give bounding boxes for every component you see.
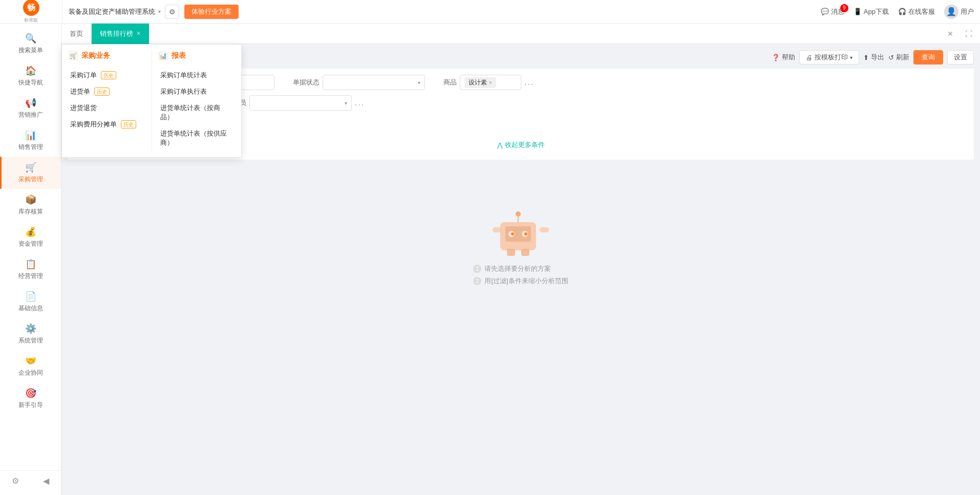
doc-status-arrow-icon: ▾	[418, 80, 420, 85]
tab-sales-ranking-label: 销售排行榜	[100, 29, 133, 38]
sidebar-item-operations[interactable]: 📋 经营管理	[0, 253, 61, 286]
sidebar-item-marketing[interactable]: 📢 营销推广	[0, 92, 61, 124]
doc-status-select[interactable]: ▾	[323, 75, 425, 90]
finance-icon: 💰	[25, 226, 36, 238]
purchase-col-icon: 🛒	[68, 51, 78, 61]
dropdown-purchase-header: 🛒 采购业务	[68, 51, 145, 65]
export-label: 导出	[871, 53, 884, 62]
query-btn[interactable]: 查询	[913, 50, 943, 64]
empty-state: 1 请先选择要分析的方案 2 用[过滤]条件来缩小分析范围	[68, 166, 974, 327]
active-bar	[0, 157, 2, 189]
home-icon: 🏠	[25, 65, 36, 76]
sidebar-item-label: 资金管理	[18, 240, 43, 248]
purchase-order-stat-label: 采购订单统计表	[160, 71, 207, 80]
online-service-label: 在线客服	[908, 7, 935, 16]
sidebar-item-system[interactable]: ⚙️ 系统管理	[0, 318, 61, 350]
user-menu-btn[interactable]: 👤 用户	[944, 5, 974, 19]
sidebar-item-inventory[interactable]: 📦 库存核算	[0, 189, 61, 221]
purchase-expense-label: 采购费用分摊单	[70, 120, 117, 129]
sidebar-item-enterprise[interactable]: 🤝 企业协同	[0, 350, 61, 382]
settings-btn[interactable]: 设置	[947, 50, 974, 64]
print-btn[interactable]: 🖨 按模板打印 ▾	[799, 50, 859, 64]
purchase-order-label: 采购订单	[70, 71, 97, 80]
tab-close-icon[interactable]: ✕	[136, 30, 141, 37]
doc-status-label: 单据状态	[293, 78, 319, 87]
system-icon: ⚙️	[25, 323, 36, 334]
dropdown-item-purchase-expense[interactable]: 采购费用分摊单 历史	[68, 116, 145, 133]
salesperson-select[interactable]: ▾	[249, 95, 352, 111]
empty-text: 1 请先选择要分析的方案 2 用[过滤]条件来缩小分析范围	[473, 264, 568, 286]
user-label: 用户	[961, 7, 974, 16]
sidebar-item-guide[interactable]: 🎯 新手引导	[0, 382, 61, 415]
dropdown-item-goods-receipt-stat-goods[interactable]: 进货单统计表（按商品）	[158, 100, 236, 125]
purchase-order-hist: 历史	[101, 71, 116, 79]
sidebar-item-search[interactable]: 🔍 搜索菜单	[0, 28, 61, 60]
messages-btn[interactable]: 💬 消息 9	[821, 7, 844, 16]
help-btn[interactable]: ❓ 帮助	[772, 53, 795, 62]
svg-point-7	[516, 211, 521, 217]
dropdown-report-col: 📊 报表 采购订单统计表 采购订单执行表 进货单统计表（按商品） 进货单统计表（…	[152, 51, 242, 151]
sidebar-item-purchase[interactable]: 🛒 采购管理	[0, 157, 61, 189]
collapse-label: 收起更多条件	[505, 140, 545, 149]
tab-close-all-icon[interactable]: ✕	[943, 27, 957, 41]
avatar: 👤	[944, 5, 958, 19]
empty-illustration	[490, 207, 551, 258]
goods-receipt-stat-goods-label: 进货单统计表（按商品）	[160, 103, 233, 122]
tab-bar: 首页 销售排行榜 ✕ ✕ ⛶	[61, 24, 980, 44]
industry-btn[interactable]: 体验行业方案	[184, 5, 239, 19]
settings-icon[interactable]: ⚙	[165, 5, 179, 19]
goods-tag-close-icon[interactable]: ×	[489, 80, 492, 85]
operations-icon: 📋	[25, 259, 36, 270]
goods-receipt-label: 进货单	[70, 87, 90, 96]
messages-badge: 9	[840, 4, 848, 12]
dropdown-item-goods-receipt[interactable]: 进货单 历史	[68, 83, 145, 100]
empty-step1-text: 请先选择要分析的方案	[484, 264, 551, 273]
sidebar-item-label: 新手引导	[18, 401, 43, 410]
sidebar-collapse-icon[interactable]: ◀	[43, 476, 49, 486]
sales-icon: 📊	[25, 130, 36, 141]
topbar: 畅 标准版 装备及固定资产辅助管理系统 ▾ ⚙ 体验行业方案 💬 消息 9 📱 …	[0, 0, 980, 24]
goods-filter-ellipsis[interactable]: ...	[524, 78, 534, 87]
sidebar-item-sales[interactable]: 📊 销售管理	[0, 124, 61, 157]
sidebar-item-label: 营销推广	[18, 111, 43, 119]
dropdown-report-header: 📊 报表	[158, 51, 236, 65]
sidebar-item-basic-info[interactable]: 📄 基础信息	[0, 286, 61, 318]
tab-expand-icon[interactable]: ⛶	[962, 27, 976, 41]
tab-home[interactable]: 首页	[61, 24, 92, 44]
export-btn[interactable]: ⬆ 导出	[863, 53, 884, 62]
dropdown-menu: 🛒 采购业务 采购订单 历史 进货单 历史 进货退货 采购费用分摊单 历史 📊 …	[61, 44, 242, 158]
online-service-btn[interactable]: 🎧 在线客服	[898, 7, 935, 16]
goods-receipt-stat-supplier-label: 进货单统计表（按供应商）	[160, 129, 233, 147]
logo: 畅 标准版	[6, 0, 62, 24]
dropdown-item-purchase-order[interactable]: 采购订单 历史	[68, 67, 145, 83]
topbar-right: 💬 消息 9 📱 App下载 🎧 在线客服 👤 用户	[821, 5, 974, 19]
salesperson-filter-ellipsis[interactable]: ...	[355, 98, 365, 107]
dropdown-item-purchase-order-exec[interactable]: 采购订单执行表	[158, 83, 236, 100]
report-col-title: 报表	[172, 51, 186, 60]
app-download-btn[interactable]: 📱 App下载	[854, 7, 889, 16]
enterprise-icon: 🤝	[25, 355, 36, 367]
sidebar-item-label: 库存核算	[18, 207, 43, 216]
goods-select[interactable]: 设计素 ×	[460, 75, 521, 90]
sidebar-settings-icon[interactable]: ⚙	[12, 476, 19, 486]
help-icon: ❓	[772, 54, 780, 61]
sidebar-item-finance[interactable]: 💰 资金管理	[0, 221, 61, 253]
logo-text: 标准版	[24, 17, 38, 24]
refresh-btn[interactable]: ↺ 刷新	[888, 53, 909, 62]
help-label: 帮助	[782, 53, 795, 62]
svg-rect-11	[521, 249, 529, 256]
dropdown-item-goods-receipt-stat-supplier[interactable]: 进货单统计表（按供应商）	[158, 125, 236, 151]
search-icon: 🔍	[25, 33, 36, 44]
svg-rect-10	[507, 249, 515, 256]
dropdown-item-goods-return[interactable]: 进货退货	[68, 100, 145, 116]
svg-point-5	[524, 232, 527, 235]
goods-receipt-hist: 历史	[94, 88, 110, 96]
tab-sales-ranking[interactable]: 销售排行榜 ✕	[92, 24, 150, 44]
step1-num: 1	[473, 265, 481, 273]
sidebar-item-quick-nav[interactable]: 🏠 快捷导航	[0, 60, 61, 92]
refresh-icon: ↺	[888, 54, 894, 61]
dropdown-item-purchase-order-stat[interactable]: 采购订单统计表	[158, 67, 236, 83]
goods-tag: 设计素 ×	[464, 77, 496, 88]
purchase-order-exec-label: 采购订单执行表	[160, 87, 207, 96]
title-arrow-icon: ▾	[158, 9, 161, 14]
